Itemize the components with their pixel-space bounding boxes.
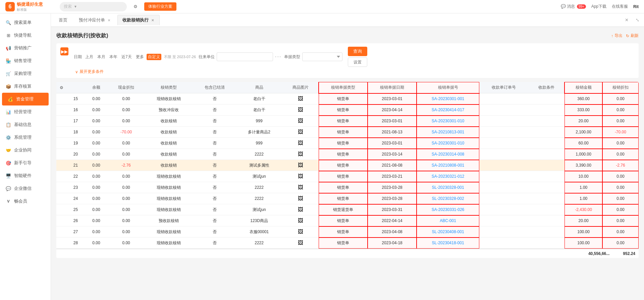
table-row: 270.000.00现销收款核销否衣服00001🖼销货单2023-04-08SL… [56, 226, 639, 238]
row-product-img[interactable]: 🖼 [282, 204, 318, 215]
row-verify-bill-no[interactable]: SA-20210808-001 [417, 160, 479, 171]
sidebar-item-system[interactable]: ⚙️ 系统管理 [0, 131, 51, 144]
row-settings-cell[interactable] [56, 104, 67, 116]
sidebar-item-guide[interactable]: 🎯 新手引导 [0, 157, 51, 169]
sidebar-item-inventory[interactable]: 📦 库存核算 [0, 80, 51, 93]
row-verify-bill-no[interactable]: SA-20230301-010 [417, 116, 479, 127]
row-verify-bill-no[interactable]: SL-20230328-002 [417, 193, 479, 204]
row-settings-cell[interactable] [56, 193, 67, 204]
sidebar-item-basic-info[interactable]: 📋 基础信息 [0, 118, 51, 131]
preset-this-year[interactable]: 本年 [108, 54, 119, 60]
row-verify-bill-no[interactable]: SA-20210813-001 [417, 127, 479, 138]
settings-button[interactable]: 设置 [348, 57, 367, 67]
sidebar-item-purchase[interactable]: 🛒 采购管理 [0, 67, 51, 80]
sidebar-item-sales[interactable]: 🏪 销售管理 [0, 54, 51, 67]
table-footer: 40,556,66... 952.24 [56, 249, 639, 258]
col-settings[interactable]: ⚙ [56, 82, 67, 93]
row-product-img[interactable]: 🖼 [282, 182, 318, 193]
row-settings-cell[interactable] [56, 116, 67, 127]
row-product: 123D商品 [236, 215, 282, 226]
row-verify-type: 收款核销 [144, 116, 193, 127]
row-verify-bill-no[interactable]: SL-20230418-001 [417, 238, 479, 249]
tab-receipt-verify[interactable]: 收款核销执行 ✕ [117, 15, 160, 25]
row-verify-bill-no[interactable]: SL-20230328-001 [417, 182, 479, 193]
row-verify-discount: 0.00 [602, 104, 639, 116]
tab-prepay-close[interactable]: ✕ [107, 18, 111, 23]
row-verify-bill-no[interactable]: SA-20230314-008 [417, 149, 479, 160]
row-verify-bill-no[interactable]: SA-20230321-012 [417, 171, 479, 182]
row-cash-discount: 0.00 [108, 149, 144, 160]
sidebar-item-smart-hw[interactable]: 🖥️ 智能硬件 [0, 169, 51, 182]
row-verify-bill-no[interactable]: SL-20230408-001 [417, 226, 479, 238]
refresh-icon: ↻ [626, 34, 629, 38]
row-product-img[interactable]: 🖼 [282, 215, 318, 226]
row-product-img[interactable]: 🖼 [282, 93, 318, 104]
row-verify-bill-no[interactable]: SA-20230301-001 [417, 93, 479, 104]
sidebar-item-search[interactable]: 🔍 搜索菜单 [0, 16, 51, 29]
row-product-img[interactable]: 🖼 [282, 171, 318, 182]
row-settings-cell[interactable] [56, 160, 67, 171]
row-product-img[interactable]: 🖼 [282, 226, 318, 238]
sidebar-item-wechat[interactable]: 💬 企业微信 [0, 182, 51, 195]
row-settings-cell[interactable] [56, 204, 67, 215]
sidebar-item-quick-nav[interactable]: ⊞ 快捷导航 [0, 29, 51, 42]
trial-button[interactable]: 体验行业方案 [144, 2, 176, 11]
query-button[interactable]: 查询 [348, 47, 367, 56]
user-name[interactable]: Rit [633, 4, 639, 9]
sidebar-item-marketing[interactable]: 📢 营销推广 [0, 42, 51, 54]
row-verify-type: 现销收款核销 [144, 226, 193, 238]
row-settings-cell[interactable] [56, 226, 67, 238]
voucher-type-select[interactable] [302, 52, 342, 61]
row-product-img[interactable]: 🖼 [282, 238, 318, 249]
global-search[interactable]: 搜索 ▼ [60, 2, 127, 11]
online-service-link[interactable]: 在线客服 [612, 4, 628, 9]
counterpart-input[interactable] [217, 52, 273, 61]
tab-receipt-verify-close[interactable]: ✕ [151, 18, 155, 23]
preset-last-month[interactable]: 上月 [84, 54, 95, 60]
row-product-img[interactable]: 🖼 [282, 149, 318, 160]
sidebar-item-member[interactable]: V 畅会员 [0, 195, 51, 208]
notifications[interactable]: 💬 消息 99+ [561, 4, 586, 9]
expand-more-button[interactable]: ∨ 展开更多条件 [75, 69, 635, 75]
row-verify-bill-no[interactable]: SA-20230414-017 [417, 104, 479, 116]
page-header: 收款核销执行(按收款) ↑ 导出 ↻ 刷新 [56, 32, 639, 39]
col-verify-bill-type: 核销单据类型 [319, 82, 368, 93]
tab-home[interactable]: 首页 [54, 15, 72, 25]
row-verify-bill-no[interactable]: SA-20230301-010 [417, 138, 479, 149]
row-settings-cell[interactable] [56, 238, 67, 249]
row-settings-cell[interactable] [56, 149, 67, 160]
row-balance: 0.00 [85, 238, 108, 249]
row-product-img[interactable]: 🖼 [282, 193, 318, 204]
row-settings-cell[interactable] [56, 171, 67, 182]
gear-icon[interactable]: ⚙ [131, 2, 140, 11]
row-product-img[interactable]: 🖼 [282, 127, 318, 138]
row-settings-cell[interactable] [56, 138, 67, 149]
row-settings-cell[interactable] [56, 93, 67, 104]
preset-this-month[interactable]: 本月 [96, 54, 107, 60]
tab-icons: ✕ ⤡ [623, 16, 641, 24]
row-settings-cell[interactable] [56, 182, 67, 193]
row-product-img[interactable]: 🖼 [282, 116, 318, 127]
row-verify-bill-no[interactable]: SA-20230331-026 [417, 204, 479, 215]
row-product-img[interactable]: 🖼 [282, 138, 318, 149]
preset-7days[interactable]: 近7天 [120, 54, 133, 60]
preset-more[interactable]: 更多 [135, 54, 145, 60]
refresh-button[interactable]: ↻ 刷新 [626, 33, 639, 39]
row-settings-cell[interactable] [56, 215, 67, 226]
row-verify-bill-type: 销货单 [319, 127, 368, 138]
row-product-img[interactable]: 🖼 [282, 160, 318, 171]
row-settings-cell[interactable] [56, 127, 67, 138]
row-verify-amount: -2,430.00 [565, 204, 602, 215]
tab-expand-icon[interactable]: ⤡ [633, 16, 641, 24]
sidebar-item-finance[interactable]: 💰 资金管理 [2, 93, 49, 105]
row-product-img[interactable]: 🖼 [282, 104, 318, 116]
sidebar-item-collab[interactable]: 🤝 企业协同 [0, 144, 51, 157]
preset-custom[interactable]: 自定义 [147, 54, 161, 60]
row-verify-bill-no[interactable]: ABC-001 [417, 215, 479, 226]
export-button[interactable]: ↑ 导出 [611, 33, 623, 39]
sidebar-item-operations[interactable]: 📊 经营管理 [0, 105, 51, 118]
tab-prepay[interactable]: 预付冲应付单 ✕ [74, 15, 116, 25]
filter-toggle-button[interactable]: ▶▶ [60, 47, 68, 55]
tab-close-icon[interactable]: ✕ [623, 16, 631, 24]
app-download-link[interactable]: App下载 [591, 4, 606, 9]
